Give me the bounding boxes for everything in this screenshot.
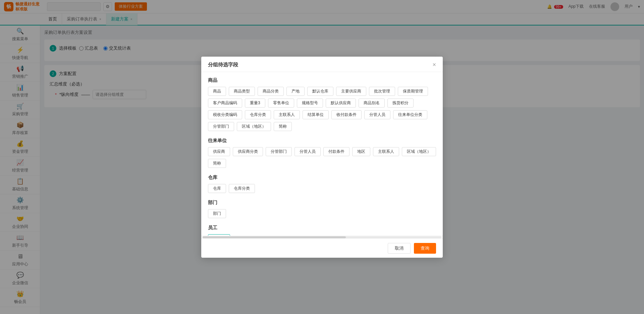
field-tag[interactable]: 部门 — [208, 209, 226, 218]
field-tag[interactable]: 默认供应商 — [326, 99, 356, 108]
field-tag[interactable]: 区域（地区） — [402, 147, 436, 156]
field-tag[interactable]: 税收分类编码 — [208, 110, 242, 119]
field-group-employee-title: 员工 — [208, 225, 436, 231]
field-tag[interactable]: 往来单位分类 — [393, 110, 427, 119]
field-tag[interactable]: 主联系人 — [373, 147, 399, 156]
field-tag[interactable]: 商品类型 — [229, 87, 255, 96]
field-tag[interactable]: 规格型号 — [297, 99, 323, 108]
modal-close-button[interactable]: × — [432, 61, 436, 68]
field-tag[interactable]: 主联系人 — [274, 110, 300, 119]
field-group-dept: 部门 部门 — [208, 200, 436, 218]
field-group-goods: 商品 商品 商品类型 商品分类 产地 默认仓库 主要供应商 批次管理 保质期管理… — [208, 77, 436, 131]
field-tag[interactable]: 客户商品编码 — [208, 99, 242, 108]
field-tag[interactable]: 商品别名 — [359, 99, 385, 108]
field-tag[interactable]: 供应商 — [208, 147, 230, 156]
fields-grid-warehouse: 仓库 仓库分类 — [208, 184, 436, 193]
field-tag[interactable]: 仓库分类 — [229, 184, 255, 193]
field-tag[interactable]: 简称 — [274, 122, 292, 131]
field-tag[interactable]: 批次管理 — [369, 87, 395, 96]
field-tag[interactable]: 保质期管理 — [398, 87, 428, 96]
fields-grid-partners: 供应商 供应商分类 分管部门 分管人员 付款条件 地区 主联系人 区域（地区） … — [208, 147, 436, 168]
field-tag[interactable]: 区域（地区） — [237, 122, 271, 131]
field-tag[interactable]: 零售单位 — [268, 99, 294, 108]
field-select-modal: 分组待选字段 × 商品 商品 商品类型 商品分类 产地 默认仓库 主要供应商 批… — [201, 57, 443, 258]
field-tag[interactable]: 商品 — [208, 87, 226, 96]
field-tag[interactable]: 地区 — [352, 147, 370, 156]
field-tag[interactable]: 分管人员 — [364, 110, 390, 119]
field-tag[interactable]: 商品分类 — [258, 87, 284, 96]
field-tag[interactable]: 收付款条件 — [331, 110, 362, 119]
field-tag[interactable]: 结算单位 — [303, 110, 329, 119]
field-tag[interactable]: 仓库 — [208, 184, 226, 193]
modal-overlay: 分组待选字段 × 商品 商品 商品类型 商品分类 产地 默认仓库 主要供应商 批… — [0, 0, 644, 314]
field-tag[interactable]: 主要供应商 — [336, 87, 366, 96]
field-tag[interactable]: 供应商分类 — [233, 147, 263, 156]
field-tag[interactable]: 产地 — [286, 87, 305, 96]
modal-horizontal-scrollbar[interactable] — [201, 236, 443, 239]
confirm-button[interactable]: 查询 — [414, 243, 436, 254]
modal-body: 商品 商品 商品类型 商品分类 产地 默认仓库 主要供应商 批次管理 保质期管理… — [201, 72, 443, 236]
field-group-partners-title: 往来单位 — [208, 138, 436, 144]
field-group-warehouse: 仓库 仓库 仓库分类 — [208, 175, 436, 193]
field-tag[interactable]: 拣货积分 — [387, 99, 414, 108]
field-tag[interactable]: 付款条件 — [323, 147, 350, 156]
field-group-employee: 员工 业务员 — [208, 225, 436, 236]
cancel-button[interactable]: 取消 — [388, 243, 411, 254]
field-tag[interactable]: 简称 — [208, 159, 226, 168]
modal-header: 分组待选字段 × — [201, 57, 443, 72]
field-tag[interactable]: 仓库分类 — [245, 110, 271, 119]
modal-footer: 取消 查询 — [201, 239, 443, 258]
field-tag[interactable]: 分管部门 — [266, 147, 292, 156]
fields-grid-dept: 部门 — [208, 209, 436, 218]
field-tag[interactable]: 默认仓库 — [307, 87, 333, 96]
field-group-goods-title: 商品 — [208, 77, 436, 83]
field-tag[interactable]: 分管人员 — [294, 147, 321, 156]
fields-grid-goods: 商品 商品类型 商品分类 产地 默认仓库 主要供应商 批次管理 保质期管理 客户… — [208, 87, 436, 131]
modal-title: 分组待选字段 — [208, 62, 238, 68]
field-group-dept-title: 部门 — [208, 200, 436, 206]
field-group-warehouse-title: 仓库 — [208, 175, 436, 181]
field-group-partners: 往来单位 供应商 供应商分类 分管部门 分管人员 付款条件 地区 主联系人 区域… — [208, 138, 436, 168]
field-tag[interactable]: 重量3 — [245, 99, 265, 108]
field-tag[interactable]: 分管部门 — [208, 122, 234, 131]
